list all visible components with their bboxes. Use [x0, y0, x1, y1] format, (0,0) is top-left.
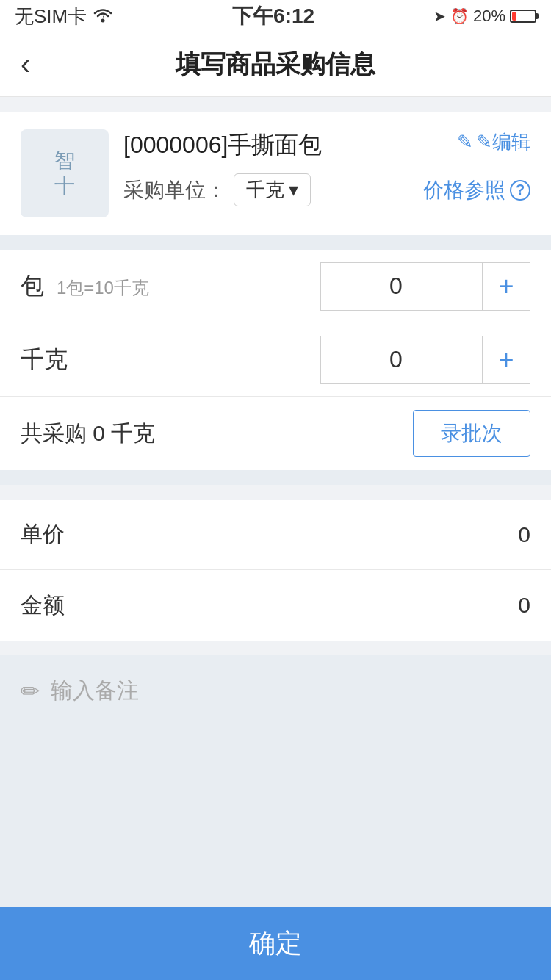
price-ref-icon: ? — [510, 180, 530, 201]
pack-label: 包 1包=10千克 — [21, 270, 320, 303]
status-right: ➤ ⏰ 20% — [433, 7, 536, 26]
location-icon: ➤ — [433, 7, 446, 25]
kg-label: 千克 — [21, 344, 320, 376]
edit-icon: ✎ — [457, 131, 473, 154]
pack-input[interactable] — [320, 262, 482, 311]
unit-value: 千克 — [246, 177, 284, 203]
section-divider-2 — [0, 470, 551, 485]
confirm-button[interactable]: 确定 — [0, 907, 551, 980]
remark-placeholder: 输入备注 — [51, 676, 139, 706]
pack-plus-button[interactable]: + — [482, 262, 530, 311]
batch-button[interactable]: 录批次 — [413, 410, 530, 457]
summary-label: 共采购 0 千克 — [21, 419, 155, 449]
pack-sub-label: 1包=10千克 — [57, 278, 149, 298]
amount-label: 金额 — [21, 591, 65, 621]
section-divider-1 — [0, 235, 551, 250]
product-logo: 智 十 — [54, 148, 75, 198]
kg-plus-button[interactable]: + — [482, 336, 530, 384]
price-reference-button[interactable]: 价格参照 ? — [423, 176, 530, 204]
unit-label: 采购单位： — [123, 176, 226, 204]
unit-dropdown[interactable]: 千克 ▾ — [234, 173, 311, 206]
back-button[interactable]: ‹ — [21, 48, 30, 81]
product-image: 智 十 — [21, 129, 109, 217]
status-bar: 无SIM卡 下午6:12 ➤ ⏰ 20% — [0, 0, 551, 32]
svg-point-0 — [101, 18, 105, 22]
nav-bar: ‹ 填写商品采购信息 — [0, 32, 551, 97]
product-name: [0000006]手撕面包 — [123, 129, 322, 162]
amount-row: 金额 0 — [0, 570, 551, 641]
kg-input-row: 千克 + — [0, 323, 551, 397]
summary-row: 共采购 0 千克 录批次 — [0, 397, 551, 470]
battery-icon — [510, 10, 536, 23]
unit-price-value: 0 — [518, 522, 530, 547]
product-info: [0000006]手撕面包 ✎ ✎编辑 采购单位： 千克 ▾ 价格参照 ? — [123, 129, 530, 206]
unit-price-row: 单价 0 — [0, 500, 551, 570]
kg-input[interactable] — [320, 336, 482, 384]
page-title: 填写商品采购信息 — [176, 48, 375, 82]
amount-value: 0 — [518, 593, 530, 618]
edit-button[interactable]: ✎ ✎编辑 — [457, 129, 530, 155]
status-left: 无SIM卡 — [15, 4, 113, 29]
remark-section[interactable]: ✏ 输入备注 — [0, 655, 551, 729]
pack-input-row: 包 1包=10千克 + — [0, 250, 551, 323]
pack-input-wrap: + — [320, 262, 530, 311]
unit-price-label: 单价 — [21, 519, 65, 550]
carrier-text: 无SIM卡 — [15, 4, 87, 29]
edit-label: ✎编辑 — [476, 129, 530, 155]
status-time: 下午6:12 — [232, 2, 314, 30]
product-unit-row: 采购单位： 千克 ▾ 价格参照 ? — [123, 173, 530, 206]
remark-icon: ✏ — [21, 677, 40, 705]
kg-input-wrap: + — [320, 336, 530, 384]
product-card: 智 十 [0000006]手撕面包 ✎ ✎编辑 采购单位： 千克 ▾ 价格参照 — [0, 112, 551, 235]
wifi-icon — [93, 5, 113, 28]
price-section: 单价 0 金额 0 — [0, 500, 551, 641]
dropdown-arrow: ▾ — [289, 179, 298, 201]
price-ref-label: 价格参照 — [423, 176, 505, 204]
product-title-row: [0000006]手撕面包 ✎ ✎编辑 — [123, 129, 530, 162]
summary-section: 共采购 0 千克 录批次 — [0, 397, 551, 470]
alarm-icon: ⏰ — [450, 7, 469, 25]
battery-percent: 20% — [473, 7, 505, 26]
input-section: 包 1包=10千克 + 千克 + — [0, 250, 551, 397]
unit-selector-group: 采购单位： 千克 ▾ — [123, 173, 311, 206]
